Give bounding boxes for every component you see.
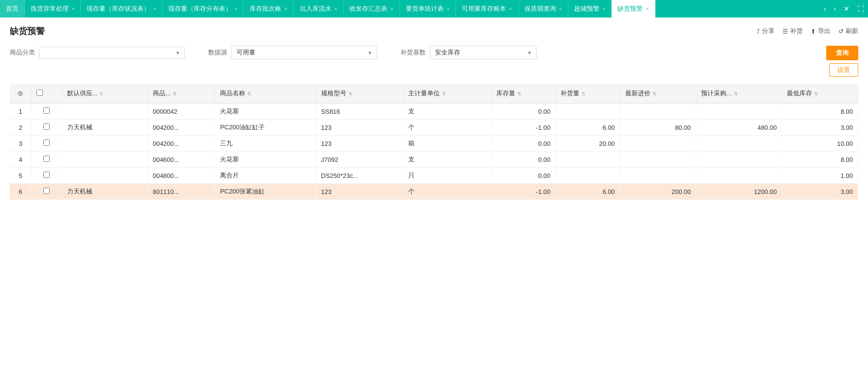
close-tab-overstock[interactable]: × — [602, 6, 605, 12]
cell-stock-1: 0.00 — [491, 104, 555, 120]
col-checkbox-header[interactable] — [32, 84, 62, 104]
tab-collect-summary[interactable]: 收发存汇总表 × — [344, 0, 399, 18]
tab-available-ledger[interactable]: 可用量库存账本 × — [456, 0, 518, 18]
spec-sort-icon: ⇅ — [348, 91, 352, 96]
unit-sort-icon: ⇅ — [442, 91, 446, 96]
cell-goods-code-5: 004800... — [147, 168, 215, 184]
stock-sort[interactable]: 库存量 ⇅ — [496, 89, 550, 98]
tab-expiry-query[interactable]: 保质期查询 × — [519, 0, 568, 18]
col-unit: 主计量单位 ⇅ — [403, 84, 491, 104]
nav-next-btn[interactable]: › — [830, 0, 840, 18]
cell-spec-5: DS250*23c... — [316, 168, 403, 184]
cell-stock-6: -1.00 — [491, 184, 555, 200]
close-tab-shortage[interactable]: × — [646, 6, 649, 12]
close-tab-batch-account[interactable]: × — [284, 6, 287, 12]
top-nav: 首页 拣货异常处理 × 现存量（库存状况表） × 现存量（库存分布表） × 库存… — [0, 0, 868, 18]
cell-supplier-1 — [62, 104, 147, 120]
close-tab-inout-flow[interactable]: × — [334, 6, 337, 12]
datasource-label: 数据源 — [208, 48, 227, 57]
cell-min-stock-6: 3.00 — [782, 184, 858, 200]
nav-prev-btn[interactable]: ‹ — [820, 0, 830, 18]
settings-button[interactable]: 设置 — [829, 63, 858, 77]
cell-unit-6: 个 — [403, 184, 491, 200]
cell-latest-price-5 — [620, 168, 696, 184]
close-tab-expiry-query[interactable]: × — [559, 6, 562, 12]
cell-stock-3: 0.00 — [491, 136, 555, 152]
tab-inventory-dist[interactable]: 现存量（库存分布表） × — [163, 0, 244, 18]
datasource-value: 可用量 — [236, 48, 255, 57]
row-num-5: 5 — [10, 168, 32, 184]
tab-order-stats[interactable]: 要货单统计表 × — [400, 0, 456, 18]
category-select[interactable]: ▾ — [39, 47, 185, 59]
row-checkbox-5[interactable] — [32, 168, 62, 184]
datasource-chevron: ▾ — [368, 49, 372, 56]
cell-replenish-3: 20.00 — [556, 136, 620, 152]
cell-replenish-1 — [556, 104, 620, 120]
close-tab-collect-summary[interactable]: × — [390, 6, 393, 12]
cell-unit-5: 只 — [403, 168, 491, 184]
cell-unit-1: 支 — [403, 104, 491, 120]
cell-stock-4: 0.00 — [491, 152, 555, 168]
row-checkbox-4[interactable] — [32, 152, 62, 168]
fullscreen-btn[interactable]: ⛶ — [853, 0, 868, 18]
refresh-button[interactable]: ↺ 刷新 — [838, 27, 858, 35]
table-body: 1 0000042 火花塞 SS816 支 0.00 8.00 2 力天机械 0… — [10, 104, 858, 200]
export-icon: ⬆ — [811, 28, 816, 35]
data-table: ⚙ 默认供应... ⇅ 商品... ⇅ — [10, 84, 858, 200]
tab-home[interactable]: 首页 — [0, 0, 25, 18]
cell-goods-name-1: 火花塞 — [215, 104, 316, 120]
cell-est-purchase-2: 480.00 — [696, 120, 782, 136]
datasource-select[interactable]: 可用量 ▾ — [231, 46, 377, 59]
replenish-sort[interactable]: 补货量 ⇅ — [561, 89, 615, 98]
row-checkbox-2[interactable] — [32, 120, 62, 136]
cell-supplier-6: 力天机械 — [62, 184, 147, 200]
est-purchase-sort[interactable]: 预计采购... ⇅ — [701, 89, 777, 98]
cell-spec-2: 123 — [316, 120, 403, 136]
cell-goods-name-4: 火花塞 — [215, 152, 316, 168]
tab-batch-account[interactable]: 库存批次账 × — [244, 0, 293, 18]
col-replenish: 补货量 ⇅ — [556, 84, 620, 104]
replenish-button[interactable]: ☰ 补货 — [782, 27, 803, 35]
cell-latest-price-1 — [620, 104, 696, 120]
close-tab-abnormal[interactable]: × — [72, 6, 74, 12]
category-filter: 商品分类 ▾ — [10, 47, 185, 59]
col-settings[interactable]: ⚙ — [10, 84, 32, 104]
close-tab-available-ledger[interactable]: × — [509, 6, 512, 12]
close-tab-inventory-status[interactable]: × — [153, 6, 156, 12]
tab-inout-flow[interactable]: 出入库流水 × — [294, 0, 344, 18]
tab-shortage[interactable]: 缺货预警 × — [612, 0, 655, 18]
supplier-sort[interactable]: 默认供应... ⇅ — [67, 89, 143, 98]
goods-code-sort[interactable]: 商品... ⇅ — [153, 89, 210, 98]
tab-inventory-status[interactable]: 现存量（库存状况表） × — [81, 0, 162, 18]
row-checkbox-6[interactable] — [32, 184, 62, 200]
row-checkbox-3[interactable] — [32, 136, 62, 152]
share-icon: ⤴ — [757, 28, 760, 35]
tab-overstock[interactable]: 超储预警 × — [568, 0, 612, 18]
close-window-btn[interactable]: ✕ — [840, 0, 853, 18]
query-button[interactable]: 查询 — [826, 46, 858, 60]
replenish-base-select[interactable]: 安全库存 ▾ — [430, 46, 537, 59]
min-stock-sort[interactable]: 最低库存 ⇅ — [787, 89, 853, 98]
cell-est-purchase-6: 1200.00 — [696, 184, 782, 200]
category-label: 商品分类 — [10, 48, 35, 57]
export-button[interactable]: ⬆ 导出 — [811, 27, 831, 35]
cell-spec-3: 123 — [316, 136, 403, 152]
close-tab-order-stats[interactable]: × — [447, 6, 450, 12]
share-button[interactable]: ⤴ 分享 — [757, 27, 775, 35]
latest-price-sort[interactable]: 最新进价 ⇅ — [625, 89, 691, 98]
tab-abnormal[interactable]: 拣货异常处理 × — [25, 0, 81, 18]
filter-actions: 查询 设置 — [826, 46, 858, 77]
replenish-base-chevron: ▾ — [528, 49, 531, 56]
col-goods-code: 商品... ⇅ — [147, 84, 215, 104]
column-settings-icon[interactable]: ⚙ — [15, 88, 26, 99]
cell-unit-3: 箱 — [403, 136, 491, 152]
select-all-checkbox[interactable] — [36, 89, 43, 96]
table-row: 4 004600... 火花塞 J7092 支 0.00 8.00 — [10, 152, 858, 168]
unit-sort[interactable]: 主计量单位 ⇅ — [408, 89, 486, 98]
est-purchase-sort-icon: ⇅ — [734, 91, 738, 96]
goods-name-sort[interactable]: 商品名称 ⇅ — [220, 89, 310, 98]
close-tab-inventory-dist[interactable]: × — [235, 6, 237, 12]
row-checkbox-1[interactable] — [32, 104, 62, 120]
spec-sort[interactable]: 规格型号 ⇅ — [321, 89, 398, 98]
cell-replenish-4 — [556, 152, 620, 168]
